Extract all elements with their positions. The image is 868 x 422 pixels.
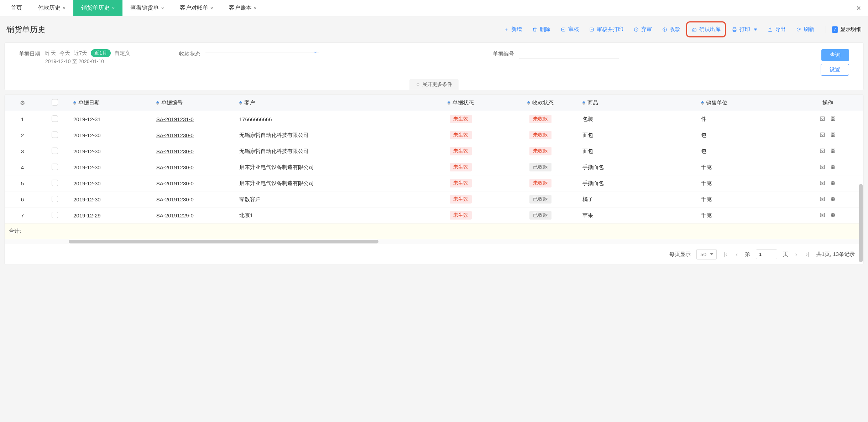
last-page-button[interactable]: ›| [804,251,810,258]
preset-7d[interactable]: 近7天 [74,50,87,57]
col-date[interactable]: 单据日期 [70,95,153,111]
audit-print-button[interactable]: 审核并打印 [585,24,628,35]
doc-link[interactable]: SA-20191230-0 [156,132,194,138]
show-detail-toggle[interactable]: ✓ 显示明细 [826,26,862,33]
close-icon[interactable]: × [112,5,115,11]
more-icon[interactable] [830,116,836,123]
svg-rect-37 [820,197,825,201]
data-table: ⚙ 单据日期 单据编号 客户 单据状态 收款状态 商品 销售单位 操作 1201… [4,94,864,265]
row-checkbox[interactable] [52,196,58,202]
filter-label: 收款状态 [179,49,200,57]
doc-status-badge: 未生效 [450,195,472,204]
pay-status-badge: 已收款 [529,195,551,204]
col-doc-status[interactable]: 单据状态 [419,95,502,111]
tab-view-sales[interactable]: 查看销货单× [122,0,172,16]
more-icon[interactable] [830,132,836,139]
preset-custom[interactable]: 自定义 [114,50,130,57]
audit-button[interactable]: 审核 [556,24,583,35]
svg-rect-15 [831,133,833,134]
doc-link[interactable]: SA-20191231-0 [156,116,194,122]
cell-unit: 件 [697,111,792,127]
svg-point-26 [822,166,823,168]
row-checkbox[interactable] [52,212,58,218]
more-icon[interactable] [830,212,836,219]
col-product[interactable]: 商品 [579,95,697,111]
page-input[interactable] [756,249,777,259]
col-pay-status[interactable]: 收款状态 [502,95,579,111]
prev-page-button[interactable]: ‹ [734,251,739,258]
tab-sales-history[interactable]: 销货单历史× [73,0,122,16]
doc-link[interactable]: SA-20191230-0 [156,180,194,186]
more-icon[interactable] [830,180,836,187]
pay-status-badge: 未收款 [529,115,551,123]
pay-status-select[interactable] [205,49,319,52]
col-cust[interactable]: 客户 [236,95,419,111]
pay-status-badge: 未收款 [529,179,551,187]
export-button[interactable]: 导出 [763,24,790,35]
close-icon[interactable]: × [63,5,66,11]
preset-1m[interactable]: 近1月 [91,49,111,57]
select-all-checkbox[interactable] [52,99,58,106]
view-icon[interactable] [820,212,825,219]
row-checkbox[interactable] [52,132,58,138]
tab-home[interactable]: 首页 [3,0,30,16]
per-page-select[interactable]: 50 [696,249,717,259]
doc-no-input[interactable] [519,49,619,58]
col-no[interactable]: 单据编号 [153,95,236,111]
doc-status-badge: 未生效 [450,115,472,123]
row-checkbox[interactable] [52,180,58,186]
svg-rect-41 [831,199,833,201]
doc-link[interactable]: SA-20191230-0 [156,164,194,170]
row-checkbox[interactable] [52,164,58,170]
cell-date: 2019-12-30 [70,191,153,207]
cell-product: 苹果 [579,207,697,223]
gear-icon[interactable]: ⚙ [20,100,25,106]
collect-button[interactable]: 收款 [658,24,685,35]
tab-payment-history[interactable]: 付款历史× [30,0,73,16]
cell-unit: 包 [697,127,792,143]
tab-customer-statement[interactable]: 客户对账单× [172,0,221,16]
more-icon[interactable] [830,148,836,155]
page-summary: 共1页, 13条记录 [816,251,855,258]
view-icon[interactable] [820,180,825,187]
print-button[interactable]: 打印 [727,24,762,35]
close-all-tabs-icon[interactable]: × [853,2,864,14]
close-icon[interactable]: × [254,5,257,11]
sort-icon [156,101,159,105]
plus-icon: + [503,27,509,32]
delete-button[interactable]: 删除 [528,24,555,35]
refresh-button[interactable]: 刷新 [791,24,819,35]
row-checkbox[interactable] [52,148,58,154]
confirm-outbound-button[interactable]: 确认出库 [686,21,726,37]
preset-today[interactable]: 今天 [59,50,70,57]
view-icon[interactable] [820,164,825,171]
preset-yesterday[interactable]: 昨天 [45,50,56,57]
query-button[interactable]: 查询 [821,49,849,61]
first-page-button[interactable]: |‹ [722,251,728,258]
sort-icon [73,101,76,105]
doc-link[interactable]: SA-20191230-0 [156,196,194,202]
row-index: 6 [5,191,40,207]
view-icon[interactable] [820,196,825,203]
add-button[interactable]: +新增 [499,24,526,35]
view-icon[interactable] [820,148,825,155]
more-icon[interactable] [830,196,836,203]
svg-rect-39 [831,197,833,198]
horizontal-scrollbar[interactable] [5,239,863,244]
close-icon[interactable]: × [161,5,164,11]
view-icon[interactable] [820,116,825,123]
more-icon[interactable] [830,164,836,171]
settings-button[interactable]: 设置 [821,64,849,76]
vertical-scrollbar[interactable] [859,184,863,262]
doc-link[interactable]: SA-20191229-0 [156,212,194,218]
doc-link[interactable]: SA-20191230-0 [156,148,194,154]
row-checkbox[interactable] [52,115,58,122]
close-icon[interactable]: × [210,5,213,11]
view-icon[interactable] [820,132,825,139]
col-unit[interactable]: 销售单位 [697,95,792,111]
stamp-icon [560,27,566,32]
tab-customer-ledger[interactable]: 客户账本× [221,0,265,16]
unaudit-button[interactable]: 弃审 [629,24,656,35]
expand-filters-button[interactable]: 展开更多条件 [409,79,459,90]
next-page-button[interactable]: › [794,251,799,258]
